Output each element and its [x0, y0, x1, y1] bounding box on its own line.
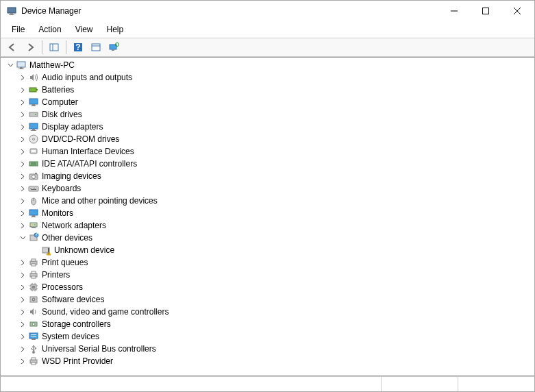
chevron-right-icon[interactable]	[18, 197, 27, 205]
chevron-down-icon[interactable]	[6, 61, 14, 69]
chevron-right-icon[interactable]	[18, 172, 27, 180]
maximize-button[interactable]	[470, 1, 501, 21]
tree-category: Processors	[16, 281, 534, 293]
forward-button[interactable]	[23, 40, 38, 55]
tree-category-label: Mice and other pointing devices	[42, 196, 158, 206]
svg-rect-83	[31, 336, 36, 336]
chevron-right-icon[interactable]	[18, 357, 27, 365]
svg-rect-81	[32, 339, 36, 340]
tree-category-label: Computer	[42, 97, 78, 107]
svg-rect-32	[32, 150, 36, 152]
chevron-right-icon[interactable]	[18, 308, 27, 316]
show-hide-tree-button[interactable]	[47, 40, 62, 55]
chevron-right-icon[interactable]	[18, 258, 27, 267]
tree-category-row[interactable]: Keyboards	[16, 182, 534, 195]
svg-rect-67	[32, 286, 35, 289]
menu-action[interactable]: Action	[32, 23, 68, 36]
svg-point-25	[35, 114, 36, 115]
tree-category-row[interactable]: Display adapters	[16, 121, 534, 133]
tree-category-label: Keyboards	[42, 184, 81, 193]
properties-button[interactable]	[88, 40, 103, 55]
menu-view[interactable]: View	[69, 23, 100, 36]
tree-category-label: Disk drives	[42, 110, 82, 119]
chevron-right-icon[interactable]	[18, 123, 27, 131]
minimize-button[interactable]	[438, 1, 470, 21]
tree-category-row[interactable]: DVD/CD-ROM drives	[16, 133, 534, 145]
chevron-right-icon[interactable]	[18, 209, 27, 217]
tree-category: Computer	[16, 96, 534, 108]
chevron-right-icon[interactable]	[18, 320, 27, 328]
svg-rect-42	[33, 188, 34, 188]
titlebar: Device Manager	[1, 1, 534, 21]
tree-category-row[interactable]: Print queues	[16, 256, 534, 269]
svg-point-30	[33, 138, 35, 140]
tree-category-row[interactable]: Storage controllers	[16, 318, 534, 330]
tree-category-row[interactable]: Printers	[16, 269, 534, 281]
tree-category-row[interactable]: Batteries	[16, 84, 534, 96]
tree-category-label: IDE ATA/ATAPI controllers	[42, 159, 137, 169]
tree-device-row[interactable]: !Unknown device	[28, 244, 534, 256]
svg-rect-82	[31, 334, 36, 335]
chevron-right-icon[interactable]	[18, 283, 27, 291]
tree-category-row[interactable]: Computer	[16, 96, 534, 108]
chevron-right-icon[interactable]	[18, 332, 27, 341]
tree-category-label: WSD Print Provider	[42, 356, 113, 366]
system-icon	[28, 331, 39, 342]
tree-category-row[interactable]: Universal Serial Bus controllers	[16, 343, 534, 355]
chevron-down-icon[interactable]	[18, 234, 27, 242]
chevron-right-icon[interactable]	[18, 73, 27, 82]
tree-root: Matthew-PC Audio inputs and outputsBatte…	[3, 59, 534, 367]
tree-category-label: Imaging devices	[42, 171, 101, 181]
toolbar: ?	[1, 38, 534, 57]
sound-icon	[28, 306, 39, 317]
tree-category-row[interactable]: IDE ATA/ATAPI controllers	[16, 158, 534, 170]
tree-category-row[interactable]: Mice and other pointing devices	[16, 195, 534, 207]
storage-icon	[28, 319, 39, 330]
tree-category-label: Storage controllers	[42, 319, 111, 329]
tree-category-row[interactable]: Processors	[16, 281, 534, 293]
tree-category-row[interactable]: System devices	[16, 330, 534, 343]
tree-category-row[interactable]: Sound, video and game controllers	[16, 306, 534, 318]
chevron-right-icon[interactable]	[18, 160, 27, 168]
tree-category: IDE ATA/ATAPI controllers	[16, 158, 534, 170]
tree-root-label: Matthew-PC	[29, 60, 75, 70]
status-cell	[458, 377, 534, 391]
svg-rect-76	[30, 297, 37, 302]
statusbar	[1, 376, 534, 391]
chevron-right-icon[interactable]	[18, 86, 27, 94]
scan-hardware-button[interactable]	[106, 40, 121, 55]
chevron-right-icon[interactable]	[18, 271, 27, 279]
tree-category: Network adapters	[16, 219, 534, 232]
printer-icon	[28, 257, 39, 268]
back-button[interactable]	[5, 40, 20, 55]
tree-root-row[interactable]: Matthew-PC	[3, 59, 534, 71]
tree-category-row[interactable]: Imaging devices	[16, 170, 534, 182]
svg-rect-17	[20, 67, 23, 69]
chevron-right-icon[interactable]	[18, 184, 27, 193]
help-button[interactable]: ?	[71, 40, 86, 55]
tree-category-row[interactable]: WSD Print Provider	[16, 355, 534, 367]
menu-help[interactable]: Help	[100, 23, 131, 36]
other-icon: ?	[28, 232, 39, 243]
tree-category: DVD/CD-ROM drives	[16, 133, 534, 145]
chevron-right-icon[interactable]	[18, 295, 27, 304]
tree-category-row[interactable]: Network adapters	[16, 219, 534, 232]
tree-category-row[interactable]: Software devices	[16, 293, 534, 306]
tree-category-label: Other devices	[42, 233, 92, 243]
close-button[interactable]	[501, 1, 533, 21]
tree-category-label: Display adapters	[42, 122, 103, 132]
chevron-right-icon[interactable]	[18, 221, 27, 230]
tree-category-row[interactable]: Monitors	[16, 207, 534, 219]
device-tree[interactable]: Matthew-PC Audio inputs and outputsBatte…	[1, 57, 534, 376]
chevron-right-icon[interactable]	[18, 147, 27, 156]
chevron-right-icon[interactable]	[18, 345, 27, 353]
tree-category-row[interactable]: Audio inputs and outputs	[16, 71, 534, 84]
tree-category-row[interactable]: ?Other devices	[16, 232, 534, 244]
tree-category-row[interactable]: Disk drives	[16, 108, 534, 121]
menu-file[interactable]: File	[5, 23, 32, 36]
chevron-right-icon[interactable]	[18, 98, 27, 106]
tree-category-row[interactable]: Human Interface Devices	[16, 145, 534, 158]
chevron-right-icon[interactable]	[18, 110, 27, 119]
chevron-right-icon[interactable]	[18, 135, 27, 143]
svg-point-54	[34, 224, 36, 225]
